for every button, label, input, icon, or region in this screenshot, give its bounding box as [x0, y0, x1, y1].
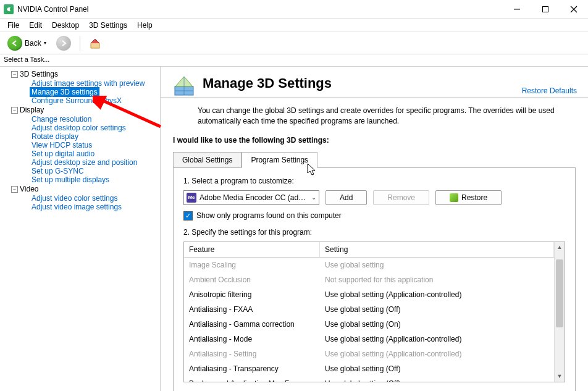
- scroll-down-icon[interactable]: ▼: [555, 371, 565, 382]
- nvidia-chip-icon: [450, 193, 458, 202]
- tree-group-video[interactable]: − Video: [10, 184, 159, 194]
- settings-row[interactable]: Background Application Max Frame RateUse…: [184, 376, 554, 382]
- toolbar-separator: [80, 36, 80, 51]
- toolbar: Back ▾: [0, 32, 588, 54]
- show-only-label: Show only programs found on this compute…: [196, 211, 342, 220]
- page-description: You can change the global 3D settings an…: [161, 98, 588, 136]
- menu-desktop[interactable]: Desktop: [47, 20, 84, 31]
- setting-cell: Use global setting (Application-controll…: [320, 348, 554, 359]
- feature-cell: Anisotropic filtering: [184, 289, 320, 300]
- setting-cell: Use global setting (Off): [320, 363, 554, 374]
- menubar: File Edit Desktop 3D Settings Help: [0, 19, 588, 32]
- forward-button[interactable]: [52, 35, 75, 52]
- col-header-setting[interactable]: Setting: [320, 242, 554, 257]
- settings-row[interactable]: Antialiasing - Gamma correctionUse globa…: [184, 317, 554, 332]
- collapse-icon[interactable]: −: [11, 71, 18, 78]
- settings-row[interactable]: Antialiasing - TransparencyUse global se…: [184, 361, 554, 376]
- page-icon: [172, 73, 196, 98]
- tree-item-configure-surround[interactable]: Configure Surround, PhysX: [30, 96, 124, 106]
- collapse-icon[interactable]: −: [11, 107, 18, 114]
- sidebar: − 3D Settings Adjust image settings with…: [0, 67, 161, 391]
- svg-rect-1: [543, 6, 548, 12]
- back-icon: [7, 36, 22, 51]
- setting-cell: Use global setting (Off): [320, 304, 554, 315]
- titlebar: NVIDIA Control Panel: [0, 0, 588, 19]
- home-button[interactable]: [85, 36, 105, 51]
- section-heading: I would like to use the following 3D set…: [161, 136, 588, 152]
- menu-help[interactable]: Help: [132, 20, 158, 31]
- window-title: NVIDIA Control Panel: [17, 5, 503, 14]
- menu-edit[interactable]: Edit: [24, 20, 47, 31]
- minimize-button[interactable]: [503, 0, 531, 19]
- feature-cell: Antialiasing - FXAA: [184, 304, 320, 315]
- add-button[interactable]: Add: [326, 190, 367, 205]
- setting-cell: Use global setting (Application-controll…: [320, 334, 554, 345]
- settings-row[interactable]: Antialiasing - ModeUse global setting (A…: [184, 332, 554, 347]
- back-dropdown-icon: ▾: [44, 40, 46, 46]
- feature-cell: Image Scaling: [184, 259, 320, 271]
- feature-cell: Antialiasing - Gamma correction: [184, 319, 320, 330]
- feature-cell: Antialiasing - Mode: [184, 334, 320, 345]
- page-title: Manage 3D Settings: [203, 73, 516, 91]
- show-only-checkbox[interactable]: ✓: [183, 211, 193, 221]
- step2-label: 2. Specify the settings for this program…: [183, 228, 565, 237]
- settings-row[interactable]: Image ScalingUse global setting: [184, 258, 554, 272]
- tree-item-multiple-displays[interactable]: Set up multiple displays: [30, 175, 111, 185]
- settings-header: Feature Setting: [184, 242, 554, 258]
- settings-row[interactable]: Ambient OcclusionNot supported for this …: [184, 272, 554, 287]
- settings-scrollbar[interactable]: ▲ ▼: [554, 242, 565, 382]
- setting-cell: Use global setting: [320, 259, 554, 271]
- tab-strip: Global Settings Program Settings: [173, 152, 576, 167]
- settings-row[interactable]: Anisotropic filteringUse global setting …: [184, 287, 554, 302]
- feature-cell: Antialiasing - Setting: [184, 348, 320, 359]
- home-icon: [89, 37, 101, 49]
- settings-row[interactable]: Antialiasing - FXAAUse global setting (O…: [184, 302, 554, 317]
- setting-cell: Use global setting (Application-controll…: [320, 289, 554, 300]
- settings-row[interactable]: Antialiasing - SettingUse global setting…: [184, 347, 554, 361]
- remove-button[interactable]: Remove: [373, 190, 429, 205]
- tab-panel-program-settings: 1. Select a program to customize: Me Ado…: [173, 167, 576, 391]
- program-select-value: Adobe Media Encoder CC (adob...: [200, 193, 308, 202]
- program-app-icon: Me: [187, 193, 196, 203]
- step1-label: 1. Select a program to customize:: [183, 177, 565, 185]
- col-header-feature[interactable]: Feature: [184, 242, 320, 257]
- forward-icon: [56, 36, 71, 51]
- tree-item-video-image[interactable]: Adjust video image settings: [30, 202, 124, 212]
- feature-cell: Antialiasing - Transparency: [184, 363, 320, 374]
- tab-global-settings[interactable]: Global Settings: [173, 152, 242, 167]
- setting-cell: Use global setting (Off): [320, 378, 554, 382]
- minimize-icon: [513, 6, 521, 13]
- setting-cell: Use global setting (On): [320, 319, 554, 330]
- tree-group-display[interactable]: − Display: [10, 105, 159, 115]
- back-label: Back: [25, 39, 41, 48]
- tree-group-3d-settings[interactable]: − 3D Settings: [10, 69, 159, 79]
- setting-cell: Not supported for this application: [320, 274, 554, 285]
- settings-table: Feature Setting Image ScalingUse global …: [183, 242, 565, 382]
- collapse-icon[interactable]: −: [11, 186, 18, 193]
- scroll-up-icon[interactable]: ▲: [555, 242, 565, 253]
- restore-button-label: Restore: [461, 193, 487, 202]
- menu-file[interactable]: File: [2, 20, 24, 31]
- app-icon: [4, 4, 14, 14]
- chevron-down-icon: ⌄: [311, 194, 316, 201]
- restore-button[interactable]: Restore: [435, 190, 502, 205]
- content-pane: Manage 3D Settings Restore Defaults You …: [161, 67, 588, 391]
- back-button[interactable]: Back ▾: [4, 35, 50, 52]
- feature-cell: Background Application Max Frame Rate: [184, 378, 320, 382]
- maximize-button[interactable]: [531, 0, 560, 19]
- close-button[interactable]: [560, 0, 588, 19]
- task-bar[interactable]: Select a Task...: [0, 54, 588, 67]
- close-icon: [570, 6, 578, 13]
- feature-cell: Ambient Occlusion: [184, 274, 320, 285]
- page-header: Manage 3D Settings Restore Defaults: [161, 67, 588, 98]
- scrollbar-thumb[interactable]: [556, 259, 563, 327]
- maximize-icon: [542, 6, 549, 13]
- menu-3d-settings[interactable]: 3D Settings: [84, 20, 132, 31]
- program-select-combo[interactable]: Me Adobe Media Encoder CC (adob... ⌄: [183, 190, 319, 205]
- restore-defaults-link[interactable]: Restore Defaults: [522, 86, 577, 98]
- tab-program-settings[interactable]: Program Settings: [242, 152, 317, 168]
